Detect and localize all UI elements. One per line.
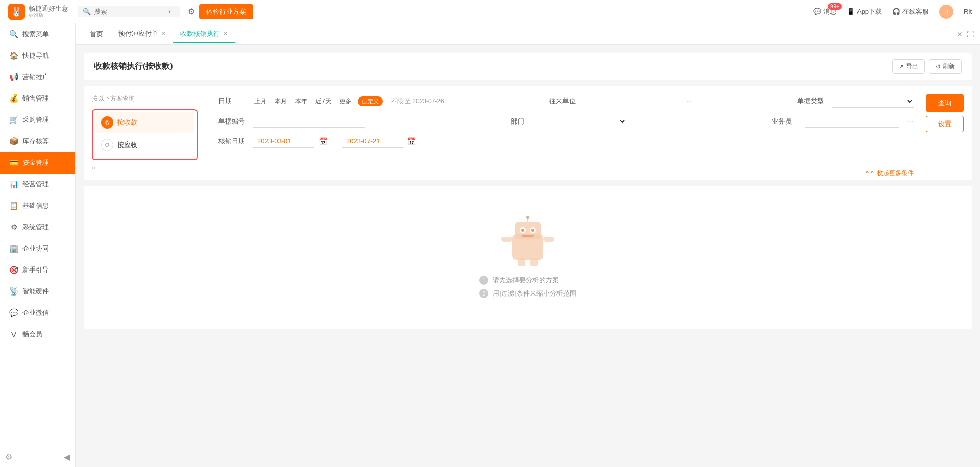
date-7days[interactable]: 近7天 [313,96,333,107]
search-icon: 🔍 [83,8,91,15]
tab-close-all-icon[interactable]: ✕ [957,30,963,38]
sidebar-item-enterprise[interactable]: 🏢 企业协同 [0,238,75,259]
app-download-button[interactable]: 📱 App下载 [847,7,882,16]
building-icon: 🏢 [9,244,18,253]
svg-point-5 [531,229,534,232]
sidebar-item-guide[interactable]: 🎯 新手引导 [0,259,75,281]
top-bar-right: 💬 消息 99+ 📱 App下载 🎧 在线客服 R Rit [813,5,972,19]
date-last-month[interactable]: 上月 [252,96,268,107]
user-avatar[interactable]: R [939,5,953,19]
sidebar-item-search-menu[interactable]: 🔍 搜索菜单 [0,23,75,45]
sidebar-item-marketing[interactable]: 📢 营销推广 [0,66,75,88]
filter-row-1: 日期 上月 本月 本年 近7天 更多 自定义 不限 至 2023-07-26 [218,94,914,108]
refresh-button[interactable]: ↺ 刷新 [929,59,962,74]
counterpart-input[interactable] [584,95,678,107]
tab-prepay[interactable]: 预付冲应付单 ✕ [111,25,173,43]
page-header: 收款核销执行(按收款) ↗ 导出 ↺ 刷新 [84,53,972,80]
sidebar-settings-icon[interactable]: ⚙ [5,452,12,462]
date-shortcuts: 上月 本月 本年 近7天 更多 自定义 [252,96,383,107]
page-actions: ↗ 导出 ↺ 刷新 [892,59,962,74]
robot-illustration [497,216,558,267]
date-custom-badge[interactable]: 自定义 [358,96,383,106]
filter-settings-button[interactable]: 设置 [926,116,964,132]
offset-date-end[interactable] [342,135,403,148]
filter-scheme-by-receivable[interactable]: ⏱ 按应收 [95,135,194,155]
filter-fields: 日期 上月 本月 本年 近7天 更多 自定义 不限 至 2023-07-26 [206,86,926,167]
svg-rect-10 [530,258,538,266]
app-download-icon: 📱 [847,8,855,15]
staff-input[interactable] [805,115,899,128]
svg-point-4 [521,229,524,232]
sidebar-item-basic-info[interactable]: 📋 基础信息 [0,195,75,216]
member-icon: V [9,330,18,339]
sidebar-collapse-icon[interactable]: ◀ [64,452,70,462]
message-button[interactable]: 💬 消息 99+ [813,7,837,16]
search-icon: 🔍 [9,30,18,39]
collapse-more-button[interactable]: ⌃⌃ 收起更多条件 [206,167,926,180]
clipboard-icon: 📋 [9,201,18,210]
app-version: 标准版 [29,12,68,18]
home-icon: 🏠 [9,51,18,60]
date-this-year[interactable]: 本年 [293,96,309,107]
industry-button[interactable]: 体验行业方案 [199,4,253,19]
chevron-down-icon[interactable]: ▾ [168,9,171,14]
filter-scheme-by-receipt[interactable]: 收 按收款 [95,112,194,133]
search-bar[interactable]: 🔍 ▾ [78,6,180,17]
cart-icon: 🛒 [9,115,18,125]
page-title: 收款核销执行(按收款) [94,61,173,72]
dept-select[interactable] [545,115,626,128]
top-bar-left: 🐰 畅捷通好生意 标准版 🔍 ▾ ⚙ 体验行业方案 [8,4,813,20]
date-more[interactable]: 更多 [337,96,354,107]
settings-icon[interactable]: ⚙ [188,7,195,16]
hint-num-1: 1 [479,276,488,285]
export-button[interactable]: ↗ 导出 [892,59,925,74]
voucher-type-select[interactable] [832,94,914,108]
tab-receipt-offset[interactable]: 收款核销执行 ✕ [173,25,235,43]
main-content: 首页 预付冲应付单 ✕ 收款核销执行 ✕ ✕ ⛶ 收款核销执行(按收款) ↗ [76,23,980,467]
tab-close-prepay[interactable]: ✕ [161,30,166,37]
sidebar-item-quick-nav[interactable]: 🏠 快捷导航 [0,45,75,66]
date-this-month[interactable]: 本月 [273,96,289,107]
sidebar: 🔍 搜索菜单 🏠 快捷导航 📢 营销推广 💰 销售管理 🛒 采购管理 📦 库存核… [0,23,76,467]
message-icon: 💬 [813,8,821,15]
refresh-icon: ↺ [936,63,941,70]
sidebar-item-purchase[interactable]: 🛒 采购管理 [0,109,75,131]
sidebar-item-finance[interactable]: 💳 资金管理 [0,152,75,174]
voucher-no-input[interactable] [253,115,365,128]
online-service-button[interactable]: 🎧 在线客服 [892,7,929,16]
staff-label: 业务员 [772,117,797,126]
tab-bar: 首页 预付冲应付单 ✕ 收款核销执行 ✕ ✕ ⛶ [76,23,980,45]
receipt-icon: 收 [101,116,113,129]
tab-close-receipt-offset[interactable]: ✕ [223,30,228,37]
sidebar-item-member[interactable]: V 畅会员 [0,324,75,345]
search-input[interactable] [94,8,165,15]
calendar-end-icon[interactable]: 📅 [407,137,416,145]
filter-row-2: 单据编号 部门 业务员 ··· [218,115,914,128]
sidebar-item-system[interactable]: ⚙ 系统管理 [0,216,75,238]
svg-rect-8 [543,237,554,242]
top-bar: 🐰 畅捷通好生意 标准版 🔍 ▾ ⚙ 体验行业方案 💬 消息 99+ 📱 App… [0,0,980,23]
filter-scheme-title: 按以下方案查询 [92,94,198,103]
sidebar-item-operations[interactable]: 📊 经营管理 [0,174,75,195]
chevron-up-icon: ⌃⌃ [865,170,875,177]
tab-fullscreen-icon[interactable]: ⛶ [967,30,974,38]
query-button[interactable]: 查询 [926,94,964,112]
staff-dots[interactable]: ··· [908,117,914,126]
empty-hint-1: 1 请先选择要分析的方案 [479,276,576,285]
filter-actions: 查询 设置 [926,86,972,180]
sidebar-item-sales[interactable]: 💰 销售管理 [0,88,75,109]
chart-icon: 📊 [9,180,18,189]
scheme-collapse-arrow[interactable]: » [92,164,198,171]
svg-rect-7 [501,237,512,242]
guide-icon: 🎯 [9,265,18,275]
offset-date-start[interactable] [253,135,314,148]
message-badge: 99+ [828,3,842,10]
voucher-type-label: 单据类型 [797,96,824,106]
calendar-start-icon[interactable]: 📅 [318,137,327,145]
sidebar-item-hardware[interactable]: 📡 智能硬件 [0,281,75,302]
tab-home[interactable]: 首页 [82,26,111,43]
sidebar-item-wechat[interactable]: 💬 企业微信 [0,302,75,324]
empty-state: 1 请先选择要分析的方案 2 用[过滤]条件来缩小分析范围 [84,186,972,329]
counterpart-dots[interactable]: ··· [686,97,692,105]
sidebar-item-inventory[interactable]: 📦 库存核算 [0,131,75,152]
